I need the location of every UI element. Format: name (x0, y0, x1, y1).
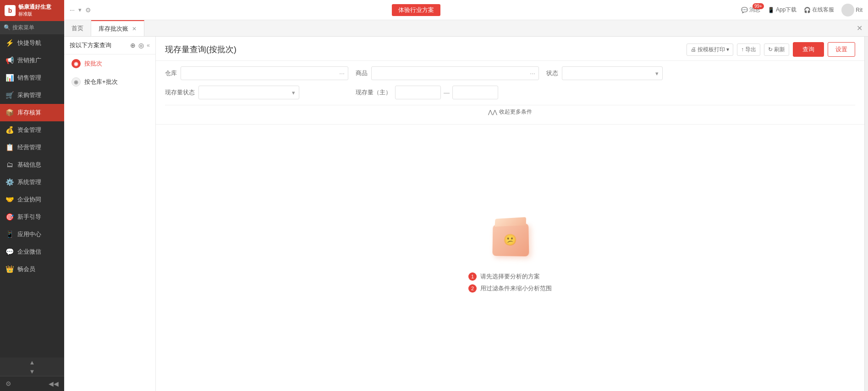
stock-qty-max[interactable] (452, 86, 498, 99)
online-service-label: 在线客服 (812, 6, 834, 14)
collab-icon: 🤝 (5, 196, 14, 204)
topbar-right: 💬 消息 99+ 📱 App下载 🎧 在线客服 Rit (741, 4, 863, 16)
experience-btn[interactable]: 体验行业方案 (392, 4, 440, 16)
sidebar-item-label: 销售管理 (17, 74, 41, 82)
status-select[interactable]: ▾ (562, 66, 663, 80)
tab-batch-account[interactable]: 库存批次账 ✕ (91, 20, 144, 36)
app-download-btn[interactable]: 📱 App下载 (768, 6, 797, 14)
status-filter: 状态 ▾ (546, 66, 730, 80)
sidebar-item-label: 资金管理 (17, 126, 41, 134)
sidebar-item-label: 快捷导航 (17, 39, 41, 47)
scheme-by-batch[interactable]: ◉ 按批次 (64, 54, 155, 73)
scheme-settings-icon[interactable]: ◎ (138, 42, 144, 49)
left-panel-title: 按以下方案查询 (70, 41, 111, 49)
scheme-by-warehouse-batch[interactable]: ◉ 按仓库+批次 (64, 73, 155, 91)
sidebar-item-label: 经营管理 (17, 143, 41, 152)
system-icon: ⚙️ (5, 178, 14, 186)
sidebar-item-system[interactable]: ⚙️ 系统管理 (0, 174, 64, 191)
app-download-icon: 📱 (768, 7, 775, 13)
operations-icon: 📋 (5, 143, 14, 152)
tab-close-icon[interactable]: ✕ (132, 26, 137, 32)
topbar-left: ··· ▾ ⚙ (70, 6, 91, 14)
add-scheme-icon[interactable]: ⊕ (130, 42, 136, 49)
product-dots[interactable]: ··· (530, 70, 535, 77)
sidebar-item-appstore[interactable]: 📱 应用中心 (0, 226, 64, 243)
collapse-left-panel-icon[interactable]: « (147, 42, 150, 49)
empty-state: 1 请先选择要分析的方案 2 用过滤条件来缩小分析范围 (156, 125, 864, 391)
warehouse-input[interactable] (181, 66, 348, 80)
sidebar-item-inventory[interactable]: 📦 库存核算 (0, 104, 64, 121)
messages-btn[interactable]: 💬 消息 99+ (741, 6, 760, 14)
user-avatar-btn[interactable]: Rit (841, 4, 863, 16)
export-label: 导出 (745, 46, 756, 54)
stock-qty-min[interactable] (395, 86, 441, 99)
sidebar-item-marketing[interactable]: 📢 营销推广 (0, 52, 64, 69)
sidebar-item-sales[interactable]: 📊 销售管理 (0, 69, 64, 87)
sidebar-item-label: 畅会员 (17, 265, 35, 273)
print-label: 按模板打印 (698, 46, 725, 54)
warehouse-dots[interactable]: ··· (339, 70, 345, 77)
stock-status-select[interactable]: ▾ (198, 86, 299, 99)
sidebar-item-operations[interactable]: 📋 经营管理 (0, 139, 64, 156)
sidebar-item-label: 企业协同 (17, 196, 41, 204)
empty-hint-1: 1 请先选择要分析的方案 (468, 272, 552, 281)
online-service-btn[interactable]: 🎧 在线客服 (804, 6, 834, 14)
breadcrumb-dropdown-icon[interactable]: ▾ (78, 6, 82, 13)
tab-home[interactable]: 首页 (64, 20, 91, 36)
appstore-icon: 📱 (5, 230, 14, 239)
product-label: 商品 (356, 69, 368, 77)
right-scrollbar (864, 37, 868, 391)
stock-qty-range: — (395, 86, 523, 99)
status-dropdown-icon: ▾ (655, 70, 659, 77)
sidebar-item-member[interactable]: 👑 畅会员 (0, 261, 64, 278)
username: Rit (856, 7, 863, 13)
status-label: 状态 (546, 69, 558, 77)
sidebar-item-purchase[interactable]: 🛒 采购管理 (0, 87, 64, 104)
refresh-icon: ↻ (768, 46, 773, 53)
settings-gear-icon[interactable]: ⚙ (85, 6, 91, 14)
sidebar-scroll-down[interactable]: ▼ (0, 367, 64, 376)
scheme-by-batch-label: 按批次 (84, 60, 102, 68)
sidebar-item-basics[interactable]: 🗂 基础信息 (0, 156, 64, 174)
sidebar-item-collab[interactable]: 🤝 企业协同 (0, 191, 64, 208)
close-panel-icon[interactable]: ✕ (851, 24, 868, 33)
sidebar-item-quicknav[interactable]: ⚡ 快捷导航 (0, 34, 64, 52)
sales-icon: 📊 (5, 74, 14, 82)
tab-home-label: 首页 (71, 24, 83, 33)
filter-row-1: 仓库 ··· 商品 ··· 状态 ▾ (165, 66, 855, 80)
settings-btn[interactable]: 设置 (828, 42, 855, 57)
left-panel-header: 按以下方案查询 ⊕ ◎ « (64, 37, 155, 54)
stock-status-filter: 现存量状态 ▾ (165, 86, 348, 99)
stock-status-label: 现存量状态 (165, 88, 195, 97)
sidebar-item-label: 应用中心 (17, 230, 41, 239)
newbie-icon: 🎯 (5, 213, 14, 221)
sidebar-item-newbie[interactable]: 🎯 新手引导 (0, 208, 64, 226)
breadcrumb-dots: ··· (70, 6, 75, 13)
refresh-btn[interactable]: ↻ 刷新 (764, 43, 789, 56)
tab-batch-account-label: 库存批次账 (99, 25, 128, 33)
app-logo: b (5, 5, 16, 16)
sidebar-search[interactable]: 🔍 搜索菜单 (0, 21, 64, 34)
hint-text-2: 用过滤条件来缩小分析范围 (480, 284, 552, 293)
empty-hints: 1 请先选择要分析的方案 2 用过滤条件来缩小分析范围 (468, 272, 552, 296)
product-input[interactable] (371, 66, 539, 80)
query-btn[interactable]: 查询 (793, 42, 824, 57)
settings-label: 设置 (835, 45, 847, 54)
print-btn[interactable]: 🖨 按模板打印 ▾ (687, 43, 733, 56)
page-content: 按以下方案查询 ⊕ ◎ « ◉ 按批次 ◉ 按仓库+批次 现存量查询(按批次) (64, 37, 868, 391)
export-btn[interactable]: ↑ 导出 (737, 43, 760, 56)
collapse-more-btn[interactable]: ⋀⋀ 收起更多条件 (165, 105, 855, 119)
sidebar-item-label: 新手引导 (17, 213, 41, 221)
settings-icon[interactable]: ⚙ (5, 380, 11, 387)
sidebar-scroll-up[interactable]: ▲ (0, 358, 64, 367)
member-icon: 👑 (5, 265, 14, 273)
sidebar-item-finance[interactable]: 💰 资金管理 (0, 121, 64, 139)
sidebar-item-label: 基础信息 (17, 161, 41, 169)
sidebar-item-weixin[interactable]: 💬 企业微信 (0, 243, 64, 261)
print-dropdown-icon[interactable]: ▾ (726, 46, 729, 53)
stock-status-dropdown-icon: ▾ (292, 89, 295, 96)
sidebar: b 畅康通好生意 标准版 🔍 搜索菜单 ⚡ 快捷导航 📢 营销推广 📊 销售管理… (0, 0, 64, 391)
product-filter: 商品 ··· (356, 66, 539, 80)
finance-icon: 💰 (5, 126, 14, 134)
collapse-sidebar-icon[interactable]: ◀◀ (49, 380, 59, 387)
